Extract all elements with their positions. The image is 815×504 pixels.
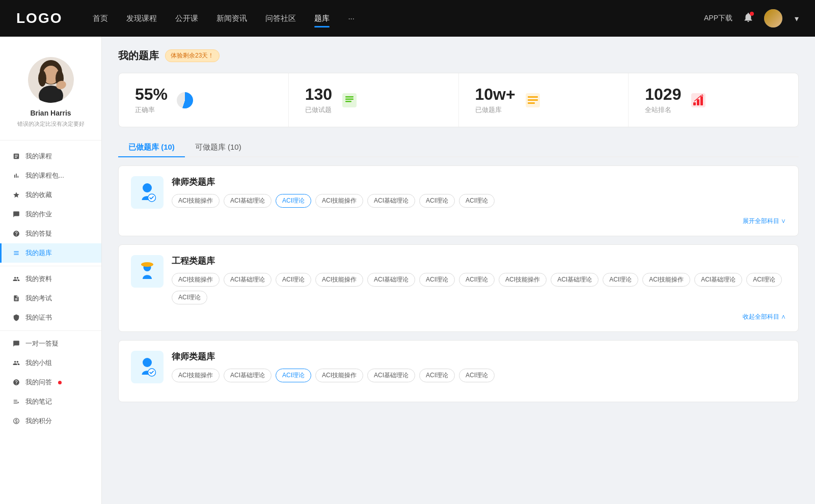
avatar-dropdown-arrow[interactable]: ▾: [795, 14, 799, 23]
stat-rank-label: 全站排名: [645, 105, 681, 115]
private-qa-icon: [12, 340, 20, 348]
nav-qbank[interactable]: 题库: [314, 12, 330, 25]
qbank-title-3: 律师类题库: [172, 351, 786, 362]
sidebar-item-homework[interactable]: 我的作业: [0, 205, 101, 224]
tag-2-13[interactable]: ACI理论: [746, 273, 782, 287]
qa-notification-dot: [58, 381, 62, 384]
tag-3-2[interactable]: ACI基础理论: [224, 369, 271, 382]
qbank-title-2: 工程类题库: [172, 255, 786, 267]
trial-badge: 体验剩余23天！: [165, 49, 220, 62]
homework-icon: [12, 210, 20, 218]
tag-3-1[interactable]: ACI技能操作: [172, 369, 220, 382]
tab-bar: 已做题库 (10) 可做题库 (10): [118, 137, 799, 157]
nav-discover[interactable]: 发现课程: [126, 12, 157, 25]
sidebar-item-favorites[interactable]: 我的收藏: [0, 185, 101, 205]
tab-todo[interactable]: 可做题库 (10): [185, 137, 252, 157]
tag-3-5[interactable]: ACI基础理论: [367, 369, 415, 382]
sidebar-item-qa[interactable]: 我的问答: [0, 373, 101, 392]
expand-link-1[interactable]: 展开全部科目 ∨: [743, 217, 786, 226]
sidebar-item-package[interactable]: 我的课程包...: [0, 166, 101, 185]
pie-chart-icon: [177, 92, 193, 108]
nav-right: APP下载 ▾: [704, 9, 799, 27]
tag-2-2[interactable]: ACI基础理论: [224, 273, 271, 287]
qbank-footer-2: 收起全部科目 ∧: [131, 313, 786, 321]
app-download-link[interactable]: APP下载: [704, 14, 732, 23]
nav-more[interactable]: ···: [348, 12, 355, 25]
sidebar-item-notes[interactable]: 我的笔记: [0, 392, 101, 411]
notification-bell[interactable]: [743, 12, 754, 25]
sidebar-item-certs[interactable]: 我的证书: [0, 308, 101, 327]
tag-1-1[interactable]: ACI技能操作: [172, 194, 220, 208]
engineer-svg: [135, 259, 159, 284]
tag-2-12[interactable]: ACI基础理论: [694, 273, 742, 287]
sidebar-menu: 我的课程 我的课程包... 我的收藏 我的作业: [0, 141, 101, 437]
tag-1-3[interactable]: ACI理论: [276, 194, 311, 208]
tab-done[interactable]: 已做题库 (10): [118, 137, 185, 157]
tag-3-3[interactable]: ACI理论: [276, 369, 311, 382]
stat-questions-text: 130 已做试题: [305, 86, 332, 115]
sidebar-item-points[interactable]: 我的积分: [0, 411, 101, 431]
svg-rect-17: [697, 99, 699, 105]
stat-rank: 1029 全站排名: [629, 73, 798, 127]
tag-2-7[interactable]: ACI理论: [459, 273, 495, 287]
qbank-avatar-lawyer-1: [131, 176, 164, 209]
user-avatar-nav[interactable]: [764, 9, 782, 27]
tag-1-6[interactable]: ACI理论: [419, 194, 455, 208]
collapse-link-2[interactable]: 收起全部科目 ∧: [743, 313, 786, 321]
sidebar-item-profile[interactable]: 我的资料: [0, 269, 101, 289]
qbank-header-2: 工程类题库 ACI技能操作 ACI基础理论 ACI理论 ACI技能操作 ACI基…: [131, 255, 786, 304]
qbank-header-1: 律师类题库 ACI技能操作 ACI基础理论 ACI理论 ACI技能操作 ACI基…: [131, 176, 786, 209]
svg-point-26: [143, 358, 152, 367]
nav-opencourse[interactable]: 公开课: [175, 12, 198, 25]
sidebar-item-myqa[interactable]: 我的答疑: [0, 224, 101, 243]
nav-news[interactable]: 新闻资讯: [216, 12, 247, 25]
lawyer-svg-2: [135, 355, 159, 379]
user-name: Brian Harris: [8, 109, 93, 117]
tag-1-4[interactable]: ACI技能操作: [315, 194, 363, 208]
qbank-avatar-lawyer-2: [131, 351, 164, 383]
sidebar-item-exams[interactable]: 我的考试: [0, 289, 101, 308]
stat-rank-text: 1029 全站排名: [645, 86, 681, 115]
sidebar-item-courses[interactable]: 我的课程: [0, 147, 101, 166]
myqa-label: 我的答疑: [25, 229, 52, 238]
stat-accuracy-text: 55% 正确率: [135, 86, 168, 115]
stat-banks-text: 10w+ 已做题库: [475, 86, 515, 115]
tag-2-4[interactable]: ACI技能操作: [315, 273, 363, 287]
nav-home[interactable]: 首页: [93, 12, 108, 25]
exams-label: 我的考试: [25, 294, 52, 303]
divider-1: [0, 266, 101, 266]
tag-2-11[interactable]: ACI技能操作: [642, 273, 690, 287]
tag-2-14[interactable]: ACI理论: [172, 291, 207, 304]
tag-2-6[interactable]: ACI理论: [419, 273, 455, 287]
tag-2-5[interactable]: ACI基础理论: [367, 273, 415, 287]
tag-3-7[interactable]: ACI理论: [459, 369, 495, 382]
favorites-icon: [12, 191, 20, 199]
myqa-icon: [12, 230, 20, 238]
questions-icon: [340, 91, 359, 109]
nav-qa[interactable]: 问答社区: [265, 12, 296, 25]
qbank-content-2: 工程类题库 ACI技能操作 ACI基础理论 ACI理论 ACI技能操作 ACI基…: [172, 255, 786, 304]
group-label: 我的小组: [25, 358, 52, 368]
stat-questions-value: 130: [305, 86, 332, 103]
tag-1-5[interactable]: ACI基础理论: [367, 194, 415, 208]
sidebar-item-group[interactable]: 我的小组: [0, 353, 101, 373]
svg-rect-7: [342, 93, 357, 107]
tag-2-1[interactable]: ACI技能操作: [172, 273, 220, 287]
tag-2-10[interactable]: ACI理论: [603, 273, 638, 287]
sidebar-item-qbank[interactable]: 我的题库: [0, 243, 101, 263]
points-label: 我的积分: [25, 416, 52, 426]
accuracy-icon: [176, 91, 194, 109]
tag-3-6[interactable]: ACI理论: [419, 369, 455, 382]
tag-1-2[interactable]: ACI基础理论: [224, 194, 271, 208]
sidebar-item-private-qa[interactable]: 一对一答疑: [0, 334, 101, 353]
tag-2-8[interactable]: ACI技能操作: [499, 273, 547, 287]
lawyer-svg-1: [135, 180, 159, 205]
tag-2-9[interactable]: ACI基础理论: [551, 273, 599, 287]
tag-1-7[interactable]: ACI理论: [459, 194, 495, 208]
tag-2-3[interactable]: ACI理论: [276, 273, 311, 287]
qbank-card-lawyer-2: 律师类题库 ACI技能操作 ACI基础理论 ACI理论 ACI技能操作 ACI基…: [118, 340, 799, 402]
qbank-tags-1: ACI技能操作 ACI基础理论 ACI理论 ACI技能操作 ACI基础理论 AC…: [172, 194, 786, 208]
svg-rect-12: [528, 96, 538, 98]
svg-rect-10: [345, 101, 351, 102]
tag-3-4[interactable]: ACI技能操作: [315, 369, 363, 382]
